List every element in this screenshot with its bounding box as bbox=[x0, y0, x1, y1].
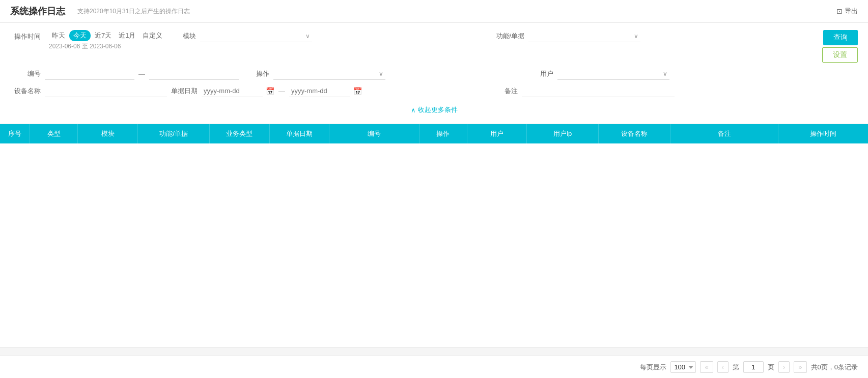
settings-button[interactable]: 设置 bbox=[822, 47, 858, 63]
page-number-input[interactable] bbox=[743, 361, 764, 373]
date-dash: — bbox=[278, 88, 285, 95]
empty-area bbox=[0, 143, 868, 322]
scrollbar-wrap[interactable] bbox=[0, 347, 868, 356]
feature-select[interactable] bbox=[528, 30, 640, 42]
filter-row-3: 设备名称 单据日期 📅 — 📅 备注 bbox=[10, 85, 858, 97]
operation-select-wrap: ∨ bbox=[273, 68, 385, 80]
time-filter-col: 昨天 今天 近7天 近1月 自定义 2023-06-06 至 2023-06-0… bbox=[49, 30, 165, 51]
user-select-wrap: ∨ bbox=[557, 68, 669, 80]
total-info: 共0页，0条记录 bbox=[811, 363, 858, 372]
code-to-input[interactable] bbox=[149, 68, 239, 80]
time-label: 操作时间 bbox=[10, 30, 41, 41]
query-button[interactable]: 查询 bbox=[823, 30, 858, 45]
col-remark: 备注 bbox=[670, 124, 778, 143]
col-op-time: 操作时间 bbox=[778, 124, 868, 143]
pagination-bar: 每页显示 50 100 200 « ‹ 第 页 › » 共0页，0条记录 bbox=[0, 356, 868, 378]
time-range-display: 2023-06-06 至 2023-06-06 bbox=[49, 42, 165, 51]
time-btn-1month[interactable]: 近1月 bbox=[116, 30, 138, 41]
feature-label: 功能/单据 bbox=[489, 32, 524, 41]
module-select[interactable] bbox=[200, 30, 312, 42]
date-to-wrap: 📅 bbox=[289, 85, 362, 97]
col-module: 模块 bbox=[78, 124, 138, 143]
filter-row-2: 编号 — 操作 ∨ 用户 bbox=[10, 68, 858, 80]
time-btn-today[interactable]: 今天 bbox=[69, 30, 91, 41]
remark-input[interactable] bbox=[522, 85, 675, 97]
col-user: 用户 bbox=[467, 124, 527, 143]
page-wrapper: 系统操作日志 支持2020年10月31日之后产生的操作日志 ⊡ 导出 操作时间 … bbox=[0, 0, 868, 378]
next-page-button[interactable]: › bbox=[778, 361, 790, 373]
date-from-wrap: 📅 bbox=[202, 85, 274, 97]
export-label: 导出 bbox=[845, 7, 858, 16]
remark-label: 备注 bbox=[482, 86, 518, 96]
time-btn-7days[interactable]: 近7天 bbox=[92, 30, 115, 41]
collapse-button[interactable]: ∧ 收起更多条件 bbox=[411, 105, 458, 114]
col-code: 编号 bbox=[329, 124, 419, 143]
user-label: 用户 bbox=[518, 69, 553, 78]
data-table: 序号 类型 模块 功能/单据 业务类型 单据日期 编号 操作 用户 用户ip 设… bbox=[0, 124, 868, 143]
col-seq: 序号 bbox=[0, 124, 30, 143]
device-label: 设备名称 bbox=[10, 86, 41, 96]
col-operation: 操作 bbox=[419, 124, 467, 143]
filter-row-1: 操作时间 昨天 今天 近7天 近1月 自定义 2023-06-06 至 2023… bbox=[10, 30, 858, 63]
collapse-label: 收起更多条件 bbox=[418, 105, 458, 114]
time-btns-row: 昨天 今天 近7天 近1月 自定义 bbox=[49, 30, 165, 41]
operation-label: 操作 bbox=[239, 69, 269, 78]
first-page-button[interactable]: « bbox=[700, 361, 713, 373]
filter-area: 操作时间 昨天 今天 近7天 近1月 自定义 2023-06-06 至 2023… bbox=[0, 23, 868, 124]
code-from-input[interactable] bbox=[45, 68, 134, 80]
page-prefix-label: 第 bbox=[733, 363, 739, 372]
device-input[interactable] bbox=[45, 85, 167, 97]
col-voucher-date: 单据日期 bbox=[269, 124, 329, 143]
col-type: 类型 bbox=[30, 124, 78, 143]
module-label: 模块 bbox=[165, 32, 196, 41]
page-title: 系统操作日志 bbox=[10, 5, 65, 17]
last-page-button[interactable]: » bbox=[794, 361, 806, 373]
page-size-select[interactable]: 50 100 200 bbox=[670, 361, 696, 373]
user-select[interactable] bbox=[557, 68, 669, 80]
feature-select-wrap: ∨ bbox=[528, 30, 640, 42]
table-wrap: 序号 类型 模块 功能/单据 业务类型 单据日期 编号 操作 用户 用户ip 设… bbox=[0, 124, 868, 347]
date-from-input[interactable] bbox=[202, 85, 263, 97]
per-page-label: 每页显示 bbox=[640, 363, 666, 372]
page-subtitle: 支持2020年10月31日之后产生的操作日志 bbox=[77, 7, 190, 16]
collapse-bar: ∧ 收起更多条件 bbox=[10, 102, 858, 119]
col-device: 设备名称 bbox=[599, 124, 670, 143]
voucher-date-label: 单据日期 bbox=[167, 86, 198, 96]
collapse-icon: ∧ bbox=[411, 106, 416, 114]
col-user-ip: 用户ip bbox=[527, 124, 599, 143]
code-label: 编号 bbox=[10, 69, 41, 78]
date-to-input[interactable] bbox=[289, 85, 350, 97]
date-to-cal-icon[interactable]: 📅 bbox=[353, 87, 362, 95]
code-dash: — bbox=[138, 70, 145, 78]
page-suffix-label: 页 bbox=[768, 363, 774, 372]
export-icon: ⊡ bbox=[836, 7, 843, 15]
time-btn-yesterday[interactable]: 昨天 bbox=[49, 30, 68, 41]
time-btn-custom[interactable]: 自定义 bbox=[139, 30, 165, 41]
table-header-row: 序号 类型 模块 功能/单据 业务类型 单据日期 编号 操作 用户 用户ip 设… bbox=[0, 124, 868, 143]
operation-select[interactable] bbox=[273, 68, 385, 80]
prev-page-button[interactable]: ‹ bbox=[717, 361, 729, 373]
col-biz-type: 业务类型 bbox=[210, 124, 270, 143]
page-header: 系统操作日志 支持2020年10月31日之后产生的操作日志 ⊡ 导出 bbox=[0, 0, 868, 23]
col-feature: 功能/单据 bbox=[137, 124, 209, 143]
module-select-wrap: ∨ bbox=[200, 30, 312, 42]
date-from-cal-icon[interactable]: 📅 bbox=[266, 87, 274, 95]
export-button[interactable]: ⊡ 导出 bbox=[836, 7, 858, 16]
